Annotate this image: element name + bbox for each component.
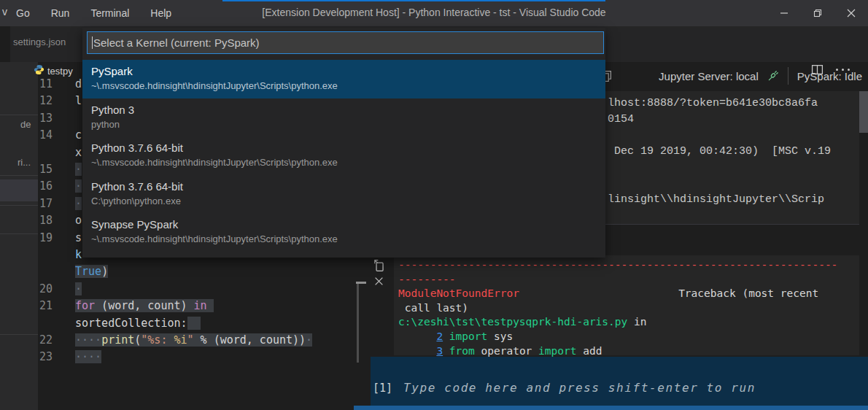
code-line[interactable]: c [75,127,82,144]
code-token: (word, count) [95,299,193,312]
output-line [608,176,859,192]
traceback-line: c:\zeshi\tst\testpysqprk-hdi-aris.py in [398,315,837,330]
kernel-option-detail: ~\.msvscode.hdinsight\hdinsightJupyter\S… [91,80,605,91]
code-token [207,299,214,312]
code-token: k [75,248,82,261]
traceback-line: ModuleNotFoundError Traceback (most rece… [398,287,837,301]
vscode-window: v GoRunTerminalHelp [Extension Developme… [0,0,868,410]
code-token: · [75,179,82,193]
interactive-toolbar: Jupyter Server: local PySpark: Idle [659,62,862,90]
line-number: 11 [20,76,53,93]
code-line[interactable]: · [75,161,82,178]
traceback-token: operator [475,345,538,357]
traceback-token [519,287,678,299]
code-token: ( [134,333,141,347]
kernel-option[interactable]: Python 3.7.6 64-bitC:\python\python.exe [82,175,605,214]
editor-scrollbar-dash [356,282,366,284]
menu-partial[interactable]: v [2,6,7,18]
text-cursor [92,36,93,49]
traceback-output: ----------------------------------------… [398,258,837,358]
menu-go[interactable]: Go [16,7,30,19]
output-line [608,160,859,176]
code-line[interactable]: l [75,93,82,109]
line-number: 18 [20,212,53,229]
code-line[interactable]: for (word, count) in [75,298,214,314]
traceback-line: call last) [398,301,837,316]
code-line[interactable]: · [75,281,82,298]
code-line[interactable]: o [75,212,82,229]
editor-scrollbar[interactable] [357,282,359,363]
code-line[interactable]: s [75,230,82,247]
python-file-icon [34,64,44,75]
input-placeholder[interactable]: Type code here and press shift-enter to … [403,381,756,395]
traceback-line: ----------------------------------------… [398,258,837,273]
traceback-line: --------- [398,273,837,287]
code-token: l [75,94,82,107]
line-number: 21 [20,298,53,314]
restore-icon [813,9,822,18]
code-line[interactable]: d [75,76,82,93]
menu-run[interactable]: Run [51,7,70,19]
jupyter-server-status[interactable]: Jupyter Server: local [659,70,759,82]
code-line[interactable]: k [75,247,82,263]
code-line[interactable]: x [75,144,82,161]
tab-testpy[interactable]: testpy [47,66,73,77]
line-number: 15 [20,161,53,178]
kernel-option[interactable]: Python 3python [82,98,605,137]
tab-settings-json[interactable]: settings.json [13,36,66,47]
kernel-option[interactable]: Synapse PySpark~\.msvscode.hdinsight\hdi… [82,213,605,252]
kernel-list: PySpark~\.msvscode.hdinsight\hdinsightJu… [82,60,605,252]
kernel-option-detail: python [91,119,605,130]
output-line: Dec 19 2019, 00:42:30) [MSC v.19 [608,144,859,160]
menu-help[interactable]: Help [150,7,171,19]
input-prompt: [1] [373,382,392,395]
code-token [187,317,201,330]
kernel-option[interactable]: PySpark~\.msvscode.hdinsight\hdinsightJu… [82,60,605,98]
traceback-token [443,330,449,342]
tab-bar-corner [0,26,10,62]
kernel-option-detail: ~\.msvscode.hdinsight\hdinsightJupyter\S… [91,233,605,244]
line-number: 19 [20,230,53,247]
code-token: o [75,214,82,227]
kernel-option[interactable]: Python 3.7.6 64-bit~\.msvscode.hdinsight… [82,136,605,175]
toolbar-separator [788,67,788,85]
menu-terminal[interactable]: Terminal [90,7,129,19]
minimize-button[interactable] [767,0,801,26]
copy-to-editor-icon[interactable] [373,259,386,272]
code-line[interactable]: sortedCollection: [75,315,201,332]
traceback-link[interactable]: 2 [436,330,443,342]
kernel-option-label: Python 3.7.6 64-bit [91,142,605,154]
line-number: 16 [20,178,53,195]
traceback-link[interactable]: 3 [436,345,443,357]
code-line[interactable]: · [75,178,82,195]
minimize-icon [780,9,788,18]
code-line[interactable]: ····print("%s: %i" % (word, count))· [75,332,312,349]
code-line[interactable]: · [75,196,82,212]
plug-icon [767,70,779,82]
code-token: " [187,333,194,347]
code-token: sortedCollection: [75,317,187,330]
traceback-token: in [627,316,646,328]
traceback-token: ----------------------------------------… [398,259,837,271]
line-number: 23 [20,349,53,365]
output-line: 0154 [608,112,859,128]
restore-button[interactable] [801,0,834,26]
output-line: linsight\\hdinsightJupyter\\Scrip [608,192,859,208]
traceback-token: call last) [398,302,468,314]
traceback-token: add [576,345,602,357]
close-icon [847,9,856,18]
traceback-token: import [449,330,487,342]
code-line[interactable]: True) [75,263,108,280]
panel-scrollbar[interactable] [859,91,868,133]
kernel-picker-input[interactable]: Select a Kernel (current: PySpark) [87,31,604,54]
line-number: 22 [20,332,53,349]
code-token: ) [101,265,108,278]
code-token: · [306,333,312,347]
remove-cell-icon[interactable] [374,276,384,286]
close-button[interactable] [834,0,868,26]
code-line[interactable]: ···· [75,349,101,365]
kernel-status[interactable]: PySpark: Idle [797,70,862,82]
traceback-token: sys [487,330,513,342]
input-focus-bar [354,406,868,410]
traceback-token: from [449,345,475,357]
